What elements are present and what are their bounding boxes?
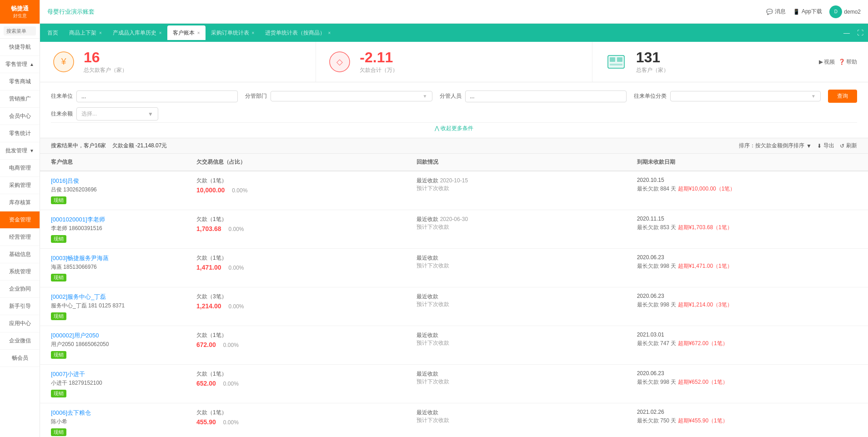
debtors-icon: ¥ xyxy=(51,49,76,75)
sidebar-item-lingshou[interactable]: 零售管理 ▲ xyxy=(0,56,40,73)
export-button[interactable]: ⬇ 导出 xyxy=(817,142,834,150)
category-select[interactable]: ▼ xyxy=(670,91,821,101)
sidebar-item-xinshou[interactable]: 新手引导 xyxy=(0,298,40,315)
tab-close-icon[interactable]: × xyxy=(252,30,255,35)
sidebar-item-yingxiao[interactable]: 营销推广 xyxy=(0,90,40,108)
sidebar-item-yingyong[interactable]: 应用中心 xyxy=(0,315,40,332)
debtors-label: 总欠款客户（家） xyxy=(84,66,305,74)
debt-count: 欠款（1笔） xyxy=(196,177,416,185)
sort-selector[interactable]: 排序：按欠款金额倒序排序 ▼ xyxy=(739,142,812,150)
customer-contact: 服务中心_丁磊 181 0125 8371 xyxy=(51,302,196,310)
debt-count: 欠款（1笔） xyxy=(196,254,416,262)
tab-close-icon[interactable]: × xyxy=(197,30,200,35)
manager-input[interactable]: ... xyxy=(465,90,627,102)
overdue-amount-link[interactable]: 超期¥672.00（1笔） xyxy=(678,340,728,347)
refresh-button[interactable]: ↺ 刷新 xyxy=(840,142,857,150)
last-collection: 最近收款 xyxy=(416,254,637,262)
overdue-amount-link[interactable]: 超期¥10,000.00（1笔） xyxy=(678,186,736,192)
customer-badge: 现销 xyxy=(51,312,66,320)
filter-source-unit: 往来单位 ... xyxy=(51,90,238,102)
sidebar-item-huiyuan[interactable]: 会员中心 xyxy=(0,108,40,125)
overdue-amount-link[interactable]: 超期¥1,214.00（3笔） xyxy=(678,301,733,308)
filter-label-source-unit: 往来单位 xyxy=(51,92,73,100)
overdue-date: 2020.06.23 xyxy=(637,370,857,377)
sidebar-item-label: 应用中心 xyxy=(9,320,31,327)
help-button[interactable]: ❓ 帮助 xyxy=(838,58,857,66)
filter-balance: 往来余额 选择... ▼ xyxy=(51,107,857,121)
message-label: 消息 xyxy=(775,8,786,15)
minimize-button[interactable]: — xyxy=(841,28,853,37)
search-input[interactable] xyxy=(4,26,36,35)
help-label: 帮助 xyxy=(846,58,857,66)
sidebar-item-zijin[interactable]: 资金管理 xyxy=(0,211,40,229)
app-download-button[interactable]: 📱 App下载 xyxy=(793,8,822,15)
search-button[interactable]: 查询 xyxy=(828,90,857,103)
sidebar-item-qiyexietong[interactable]: 企业协同 xyxy=(0,281,40,298)
user-menu[interactable]: D demo2 xyxy=(829,5,861,18)
col-header-collection: 回款情况 xyxy=(416,158,637,166)
sidebar-item-jingying[interactable]: 经营管理 xyxy=(0,229,40,246)
overdue-amount-link[interactable]: 超期¥1,703.68（1笔） xyxy=(678,224,733,231)
tab-customer-ledger[interactable]: 客户账本 × xyxy=(167,25,206,40)
customer-name-link[interactable]: [0016]吕俊 xyxy=(51,177,196,185)
customer-info: [0003]畅捷服务尹海蒸 海蒸 18513066976 现销 xyxy=(51,254,196,281)
sidebar-item-caigou[interactable]: 采购管理 xyxy=(0,177,40,194)
sidebar-item-changhui[interactable]: 畅会员 xyxy=(0,350,40,367)
sidebar-item-shangcheng[interactable]: 零售商城 xyxy=(0,73,40,90)
customer-name-link[interactable]: [0006]去下粮仓 xyxy=(51,409,196,417)
overdue-amount-link[interactable]: 超期¥455.90（1笔） xyxy=(678,417,728,424)
debt-ratio: 0.00% xyxy=(223,381,239,387)
sidebar-item-label: 新手引导 xyxy=(9,302,31,310)
sidebar-item-lingshoutongji[interactable]: 零售统计 xyxy=(0,125,40,142)
sidebar-item-kucun[interactable]: 库存核算 xyxy=(0,194,40,211)
sidebar-item-weixin[interactable]: 企业微信 xyxy=(0,332,40,350)
balance-select[interactable]: 选择... ▼ xyxy=(76,107,158,121)
sort-label: 排序：按欠款金额倒序排序 xyxy=(739,142,804,150)
help-icon: ❓ xyxy=(838,59,845,65)
overdue-amount-link[interactable]: 超期¥652.00（1笔） xyxy=(678,379,728,385)
collection-info: 最近收款 预计下次收款 xyxy=(416,370,637,386)
tab-purchase-stats[interactable]: 采购订单统计表 × xyxy=(206,25,260,40)
results-amount: 欠款金额 -21,148.07元 xyxy=(112,142,167,149)
tab-purchase-product-stats[interactable]: 进货单统计表（按商品） × xyxy=(260,25,336,40)
department-select[interactable]: ▼ xyxy=(271,91,432,101)
last-collection: 最近收款 2020-06-30 xyxy=(416,216,637,223)
tab-product-history[interactable]: 产成品入库单历史 × xyxy=(107,25,167,40)
video-label: 视频 xyxy=(824,58,835,66)
app-download-label: App下载 xyxy=(802,8,822,15)
sidebar-item-label: 快捷导航 xyxy=(9,43,31,51)
customer-badge: 现销 xyxy=(51,235,66,243)
customer-info: [0001020001]李老师 李老师 18600391516 现销 xyxy=(51,216,196,243)
filter-label-manager: 分管人员 xyxy=(440,92,462,100)
sidebar-item-pifa[interactable]: 批发管理 ▼ xyxy=(0,142,40,160)
customer-name-link[interactable]: [0002]服务中心_丁磊 xyxy=(51,293,196,301)
topbar-left: 母婴行业演示账套 xyxy=(47,8,95,16)
overdue-date: 2021.03.01 xyxy=(637,332,857,338)
sidebar-item-jichu[interactable]: 基础信息 xyxy=(0,246,40,263)
tab-close-icon[interactable]: × xyxy=(159,30,162,35)
tab-product-listing[interactable]: 商品上下架 × xyxy=(64,25,107,40)
customer-name-link[interactable]: [0007]小进干 xyxy=(51,370,196,378)
sidebar-item-xitong[interactable]: 系统管理 xyxy=(0,263,40,281)
next-collection: 预计下次收款 xyxy=(416,301,637,308)
overdue-info: 2021.02.26 最长欠款 750 天 超期¥455.90（1笔） xyxy=(637,409,857,425)
customer-name-link[interactable]: [0003]畅捷服务尹海蒸 xyxy=(51,254,196,262)
tab-close-icon[interactable]: × xyxy=(328,30,331,35)
video-button[interactable]: ▶ 视频 xyxy=(819,58,835,66)
tab-close-icon[interactable]: × xyxy=(99,30,102,35)
col-header-debt: 欠交易信息（占比） xyxy=(196,158,416,166)
collapse-bar[interactable]: ⋀ 收起更多条件 xyxy=(51,122,857,134)
customer-badge: 现销 xyxy=(51,274,66,281)
message-button[interactable]: 💬 消息 xyxy=(766,8,786,15)
overdue-amount-link[interactable]: 超期¥1,471.00（1笔） xyxy=(678,263,733,269)
source-unit-input[interactable]: ... xyxy=(76,90,238,102)
tab-home[interactable]: 首页 xyxy=(42,25,64,40)
debt-amount-label: 欠款合计（万） xyxy=(360,66,581,74)
sidebar-item-dianshang[interactable]: 电商管理 xyxy=(0,160,40,177)
customer-name-link[interactable]: [000002]用户2050 xyxy=(51,332,196,340)
customer-name-link[interactable]: [0001020001]李老师 xyxy=(51,216,196,224)
maximize-button[interactable]: ⛶ xyxy=(854,28,866,37)
debt-count: 欠款（1笔） xyxy=(196,409,416,417)
sidebar-item-kuaijie[interactable]: 快捷导航 xyxy=(0,39,40,56)
customer-contact: 陈小希 xyxy=(51,418,196,426)
